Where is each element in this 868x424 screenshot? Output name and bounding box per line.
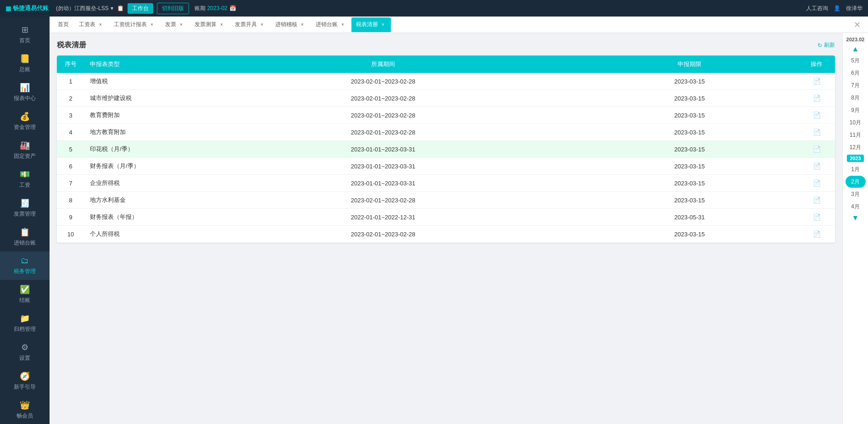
calendar-next-btn[interactable]: ▼ [846, 213, 866, 223]
tab-payroll-report[interactable]: 工资统计报表 × [109, 17, 160, 32]
close-tab-tax-clearance[interactable]: × [380, 22, 386, 28]
cell-action: 📄 [798, 192, 835, 209]
page-content: 税表清册 ↻ 刷新 序号 申报表类型 所属期间 申报期限 操作 [50, 33, 868, 424]
cell-type: 个人所得税 [84, 226, 185, 243]
close-tab-invoice-calc[interactable]: × [218, 22, 225, 28]
row-action-icon[interactable]: 📄 [813, 230, 821, 238]
cell-type: 地方水利基金 [84, 192, 185, 209]
cell-type: 印花税（月/季） [84, 141, 185, 158]
close-tab-payroll-report[interactable]: × [149, 22, 155, 28]
sidebar-item-member[interactable]: 👑 畅会员 [0, 396, 50, 424]
invoice-mgmt-icon: 🧾 [20, 198, 30, 208]
calendar-month[interactable]: 9月 [846, 104, 866, 116]
row-action-icon[interactable]: 📄 [813, 145, 821, 153]
tab-tax-clearance[interactable]: 税表清册 × [351, 17, 391, 32]
calendar-month[interactable]: 8月 [846, 92, 866, 104]
in-out-ledger-icon: 📋 [20, 227, 30, 237]
calendar-month[interactable]: 7月 [846, 79, 866, 91]
sidebar-item-tax-mgmt[interactable]: 🗂 税务管理 [0, 251, 50, 280]
switch-old-button[interactable]: 切到旧版 [157, 3, 189, 14]
sidebar-item-invoice-mgmt[interactable]: 🧾 发票管理 [0, 194, 50, 223]
table-row: 4 地方教育附加 2023-02-01~2023-02-28 2023-03-1… [57, 124, 835, 141]
col-no: 序号 [57, 56, 84, 73]
sidebar: ⊞ 首页 📒 总账 📊 报表中心 💰 资金管理 🏭 固定资产 💵 工资 🧾 发票… [0, 17, 50, 424]
calendar-panel: 2023.02 ▲ 5月6月7月8月9月10月11月12月 2023 1月2月3… [842, 33, 868, 424]
cell-deadline: 2023-03-15 [581, 73, 798, 90]
sidebar-item-home[interactable]: ⊞ 首页 [0, 20, 50, 49]
close-tab-payroll[interactable]: × [97, 22, 104, 28]
sidebar-item-settings[interactable]: ⚙ 设置 [0, 338, 50, 367]
cell-period: 2023-02-01~2023-02-28 [185, 90, 581, 107]
workbench-button[interactable]: 工作台 [128, 3, 153, 14]
cell-type: 地方教育附加 [84, 124, 185, 141]
calendar-month[interactable]: 3月 [846, 188, 866, 200]
sidebar-item-guide[interactable]: 🧭 新手引导 [0, 367, 50, 396]
cell-no: 3 [57, 107, 84, 124]
settlement-icon: ✅ [20, 285, 30, 295]
cell-deadline: 2023-03-15 [581, 107, 798, 124]
tab-invoice-calc[interactable]: 发票测算 × [190, 17, 229, 32]
cell-no: 7 [57, 175, 84, 192]
tab-home[interactable]: 首页 [53, 17, 73, 32]
cell-period: 2023-02-01~2023-02-28 [185, 73, 581, 90]
col-period: 所属期间 [185, 56, 581, 73]
cell-period: 2023-02-01~2023-02-28 [185, 192, 581, 209]
cell-no: 10 [57, 226, 84, 243]
close-tab-invoice-open[interactable]: × [259, 22, 265, 28]
tab-in-ledger[interactable]: 进销台账 × [311, 17, 351, 32]
cell-type: 财务报表（月/季） [84, 158, 185, 175]
calendar-month[interactable]: 4月 [846, 201, 866, 212]
calendar-month[interactable]: 6月 [846, 67, 866, 79]
calendar-month[interactable]: 2月 [846, 176, 866, 188]
sidebar-item-archive[interactable]: 📁 归档管理 [0, 309, 50, 338]
sidebar-item-in-out-ledger[interactable]: 📋 进销台账 [0, 223, 50, 251]
row-action-icon[interactable]: 📄 [813, 213, 821, 221]
calendar-prev-btn[interactable]: ▲ [846, 44, 866, 54]
guide-icon: 🧭 [20, 371, 30, 381]
calendar-month[interactable]: 10月 [846, 117, 866, 128]
cell-deadline: 2023-03-15 [581, 158, 798, 175]
sidebar-item-capital[interactable]: 💰 资金管理 [0, 107, 50, 136]
ai-consult-link[interactable]: 人工咨询 [806, 5, 828, 12]
calendar-month[interactable]: 11月 [846, 129, 866, 141]
cell-no: 6 [57, 158, 84, 175]
company-selector[interactable]: (勿动）江西服垒-LSS ▾ 📋 [56, 5, 124, 12]
cell-action: 📄 [798, 124, 835, 141]
sidebar-item-ledger[interactable]: 📒 总账 [0, 49, 50, 78]
top-bar: ▦ 畅捷通易代账 (勿动）江西服垒-LSS ▾ 📋 工作台 切到旧版 账期 20… [0, 0, 868, 17]
tab-invoice[interactable]: 发票 × [161, 17, 189, 32]
row-action-icon[interactable]: 📄 [813, 112, 821, 119]
cell-action: 📄 [798, 158, 835, 175]
tab-in-audit[interactable]: 进销稽核 × [271, 17, 310, 32]
calendar-month[interactable]: 5月 [846, 55, 866, 67]
tax-mgmt-icon: 🗂 [21, 256, 29, 266]
reports-icon: 📊 [20, 83, 30, 93]
username-label[interactable]: 徐泽华 [846, 5, 862, 12]
close-tab-in-ledger[interactable]: × [339, 22, 346, 28]
sidebar-item-fixed-assets[interactable]: 🏭 固定资产 [0, 136, 50, 165]
calendar-month[interactable]: 1月 [846, 163, 866, 175]
row-action-icon[interactable]: 📄 [813, 196, 821, 204]
row-action-icon[interactable]: 📄 [813, 128, 821, 136]
refresh-icon: ↻ [818, 42, 822, 49]
tab-payroll[interactable]: 工资表 × [74, 17, 108, 32]
row-action-icon[interactable]: 📄 [813, 78, 821, 85]
tab-invoice-open[interactable]: 发票开具 × [230, 17, 270, 32]
ledger-icon: 📒 [20, 54, 30, 64]
table-row: 5 印花税（月/季） 2023-01-01~2023-03-31 2023-03… [57, 141, 835, 158]
calendar-month[interactable]: 12月 [846, 141, 866, 153]
col-action: 操作 [798, 56, 835, 73]
cell-no: 8 [57, 192, 84, 209]
row-action-icon[interactable]: 📄 [813, 162, 821, 170]
salary-icon: 💵 [20, 169, 30, 179]
sidebar-item-reports[interactable]: 📊 报表中心 [0, 78, 50, 107]
cell-action: 📄 [798, 226, 835, 243]
close-tab-in-audit[interactable]: × [299, 22, 306, 28]
row-action-icon[interactable]: 📄 [813, 179, 821, 187]
sidebar-item-salary[interactable]: 💵 工资 [0, 165, 50, 194]
row-action-icon[interactable]: 📄 [813, 95, 821, 102]
close-all-tabs-btn[interactable]: ✕ [850, 20, 864, 30]
sidebar-item-settlement[interactable]: ✅ 结账 [0, 280, 50, 309]
close-tab-invoice[interactable]: × [178, 22, 184, 28]
refresh-button[interactable]: ↻ 刷新 [818, 41, 835, 49]
